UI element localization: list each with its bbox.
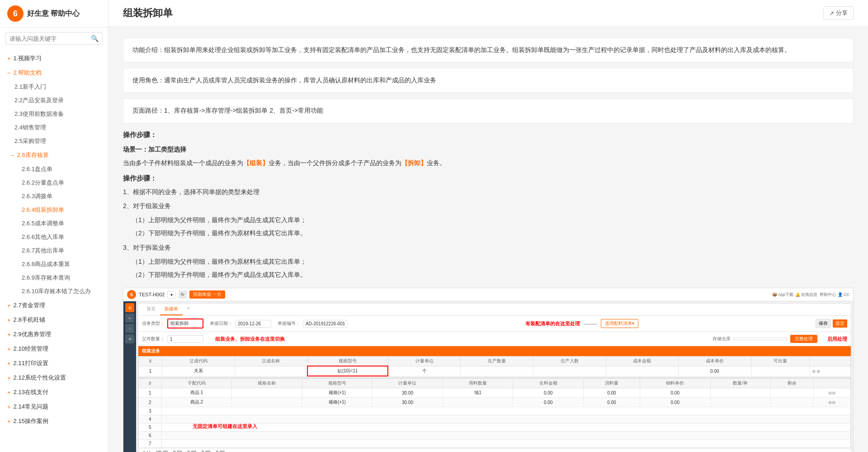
th-sub-ratio: 数量/单 bbox=[710, 379, 771, 388]
th-unit: 计量单位 bbox=[388, 357, 461, 366]
scene1-desc: 当由多个子件材料组装成一个成品的业务为【组装】业务，当由一个父件拆分成多个子产品… bbox=[123, 157, 854, 169]
sidebar-item-2-6-6[interactable]: 2.6.6其他入库单 bbox=[0, 230, 108, 244]
main-content: 组装拆卸单 ↗ 分享 功能介绍：组装拆卸单用来处理企业组装或拆卸等加工业务，支持… bbox=[108, 0, 868, 452]
th-sub-qty: 用料数量 bbox=[443, 379, 513, 388]
step1: 1、根据不同的业务，选择不同单据的类型来处理 bbox=[123, 186, 854, 198]
sidebar-item-2-6-4[interactable]: 2.6.4组装拆卸单 bbox=[0, 203, 108, 217]
sidebar-item-2-6-7[interactable]: 2.6.7其他出库单 bbox=[0, 244, 108, 257]
row-del-icon[interactable]: ⊗ bbox=[816, 369, 820, 374]
plus-icon-2-13: + bbox=[7, 389, 11, 396]
ss-orange-bar: 组装业务 bbox=[138, 346, 851, 356]
sidebar-item-2-1[interactable]: 2.1新手入门 bbox=[0, 80, 108, 94]
sidebar-item-2-2[interactable]: 2.2产品安装及登录 bbox=[0, 94, 108, 107]
th-prod-in: 生产入数 bbox=[533, 357, 606, 366]
sidebar-item-2-3[interactable]: 2.3使用前数据准备 bbox=[0, 107, 108, 121]
sidebar-item-2-9[interactable]: + 2.9优惠券管理 bbox=[0, 327, 108, 342]
step2-2: （2）下部明细为子件明细，最终作为原材料生成其它出库单。 bbox=[132, 228, 854, 239]
ss-date-input[interactable]: 2019-12-26 bbox=[235, 320, 271, 328]
ss-num-input[interactable]: AD-201912226-001 bbox=[303, 320, 348, 328]
ss-tab-close[interactable]: × bbox=[183, 304, 194, 315]
sidebar-item-videos[interactable]: + 1.视频学习 bbox=[0, 51, 108, 66]
th-sub-code: 子配代码 bbox=[161, 379, 232, 388]
search-input[interactable] bbox=[9, 35, 91, 42]
ss-lower-table: # 子配代码 规格名称 规格型号 计量单位 用料数量 生料金额 消料量 销料单价 bbox=[138, 378, 851, 448]
ss-body: ⊞ ≡ ☆ ⚙ 首页 新建单 × bbox=[123, 301, 853, 452]
sidebar-item-docs[interactable]: − 2.帮助文档 bbox=[0, 66, 108, 80]
sidebar-item-2-6-3[interactable]: 2.6.3调拨单 bbox=[0, 190, 108, 203]
ss-confirm-btn[interactable]: 完整处理 bbox=[790, 335, 817, 343]
table-row: 2 商品 2 规格(×1) 30.00 0.00 0.00 0.00 bbox=[139, 398, 851, 407]
role-text: 使用角色：通常由生产人员或库管人员完成拆装业务的操作，库管人员确认原材料的出库和… bbox=[132, 76, 436, 84]
ss-total-2: 0.00 bbox=[173, 450, 182, 452]
ss-upper-table: # 父成代码 父成名称 规格型号 计量单位 生产数量 生产入数 成本金额 成本单 bbox=[138, 356, 851, 376]
ss-select[interactable]: ▾ bbox=[167, 291, 176, 299]
row-action-icons[interactable]: ⊕⊗ bbox=[828, 390, 835, 395]
ss-btn-orange[interactable]: 同期单据 一方 bbox=[189, 290, 225, 299]
plus-icon-2-11: + bbox=[7, 360, 11, 367]
sidebar-item-2-6-5[interactable]: 2.6.5成本调整单 bbox=[0, 217, 108, 230]
plus-icon-2-10: + bbox=[7, 346, 11, 352]
scene1-title: 场景一：加工类型选择 bbox=[123, 146, 854, 154]
sidebar-item-2-10[interactable]: + 2.10经营管理 bbox=[0, 342, 108, 356]
ss-submit-btn[interactable]: 提交 bbox=[833, 319, 847, 328]
th-spec: 规格型号 bbox=[307, 357, 388, 366]
sidebar-item-2-8[interactable]: + 2.8手机旺铺 bbox=[0, 313, 108, 327]
ss-sidebar-icon-3[interactable]: ⚙ bbox=[125, 334, 134, 343]
minus-icon-docs: − bbox=[7, 70, 11, 76]
sidebar-item-2-5[interactable]: 2.5采购管理 bbox=[0, 134, 108, 148]
path-block: 页面路径：1、库存核算->库存管理->组装拆卸单 2、首页->常用功能 bbox=[123, 98, 854, 123]
plus-icon-2-14: + bbox=[7, 404, 11, 410]
table-row: 4 bbox=[139, 415, 851, 423]
plus-icon: + bbox=[7, 55, 11, 62]
sidebar-item-2-6-9[interactable]: 2.6.9库存账本查询 bbox=[0, 271, 108, 285]
sidebar-item-2-4[interactable]: 2.4销售管理 bbox=[0, 121, 108, 134]
ss-count-input[interactable]: 1 bbox=[167, 335, 203, 343]
plus-icon-2-8: + bbox=[7, 317, 11, 324]
ss-tab-new[interactable]: 新建单 bbox=[160, 304, 183, 315]
search-box[interactable]: 🔍 bbox=[5, 32, 103, 45]
page-header: 组装拆卸单 ↗ 分享 bbox=[108, 0, 868, 27]
ss-main: 首页 新建单 × 业务类型： 组装拆卸 单据日期： 2019-12-26 bbox=[138, 303, 851, 452]
th-sub-amt: 生料金额 bbox=[513, 379, 584, 388]
sidebar-item-2-6-1[interactable]: 2.6.1盘点单 bbox=[0, 162, 108, 176]
ss-lower-table-container: # 子配代码 规格名称 规格型号 计量单位 用料数量 生料金额 消料量 销料单价 bbox=[138, 377, 851, 448]
role-block: 使用角色：通常由生产人员或库管人员完成拆装业务的操作，库管人员确认原材料的出库和… bbox=[123, 68, 854, 93]
sidebar-item-2-7[interactable]: + 2.7资金管理 bbox=[0, 298, 108, 313]
ss-total-label: 合计 bbox=[142, 450, 151, 452]
ss-refresh[interactable]: ↻ bbox=[179, 290, 187, 299]
sidebar-item-2-14[interactable]: + 2.14常见问题 bbox=[0, 400, 108, 414]
share-button[interactable]: ↗ 分享 bbox=[823, 6, 854, 20]
th-action bbox=[809, 357, 850, 366]
plus-icon-2-12: + bbox=[7, 375, 11, 381]
ss-save-btn[interactable]: 保存 bbox=[816, 319, 831, 328]
sidebar-item-2-6-10[interactable]: 2.6.10库存账本错了怎么办 bbox=[0, 285, 108, 298]
ss-search-btn[interactable]: 选用配料清单▾ bbox=[601, 319, 638, 328]
ss-type-input[interactable]: 组装拆卸 bbox=[167, 319, 203, 328]
ss-sidebar-icon-home[interactable]: ⊞ bbox=[125, 303, 134, 312]
sidebar-item-2-12[interactable]: + 2.12系统个性化设置 bbox=[0, 371, 108, 385]
row-copy-icon[interactable]: ⊕ bbox=[812, 369, 816, 374]
ss-sidebar-icon-2[interactable]: ☆ bbox=[125, 324, 134, 333]
table-row: 3 bbox=[139, 407, 851, 415]
th-sub-spec: 规格型号 bbox=[302, 379, 373, 388]
table-row: 1 关系 缸(10)=11 个 0.00 bbox=[139, 366, 851, 376]
th-parent-name: 父成名称 bbox=[235, 357, 307, 366]
row-action-icons-2[interactable]: ⊕⊗ bbox=[828, 400, 835, 405]
ss-tab-home[interactable]: 首页 bbox=[142, 304, 160, 315]
annotation4: 无固定清单可组建在这里录入 bbox=[193, 423, 257, 430]
th-cost-unit: 成本单价 bbox=[679, 357, 751, 366]
sidebar-item-2-11[interactable]: + 2.11打印设置 bbox=[0, 356, 108, 371]
ss-orange-label: 组装业务 bbox=[142, 348, 160, 353]
step3-2: （2）下部明细为子件明细，最终作为产成品生成其它入库单。 bbox=[132, 269, 854, 281]
intro-block: 功能介绍：组装拆卸单用来处理企业组装或拆卸等加工业务，支持有固定装配清单的产品加… bbox=[123, 38, 854, 62]
sidebar-item-2-13[interactable]: + 2.13在线支付 bbox=[0, 385, 108, 400]
sidebar-item-2-6[interactable]: − 2.6库存核算 bbox=[0, 148, 108, 162]
ss-company: TEST-H002 bbox=[139, 292, 165, 297]
sidebar: 6 好生意 帮助中心 🔍 + 1.视频学习 − 2.帮助文档 2.1新手入门 2… bbox=[0, 0, 108, 452]
sidebar-item-2-6-2[interactable]: 2.6.2分量盘点单 bbox=[0, 176, 108, 190]
ss-sidebar-icon-1[interactable]: ≡ bbox=[125, 314, 134, 323]
search-icon[interactable]: 🔍 bbox=[91, 35, 99, 42]
sidebar-item-2-15[interactable]: + 2.15操作案例 bbox=[0, 414, 108, 428]
ss-warehouse-input[interactable] bbox=[733, 338, 788, 340]
sidebar-item-2-6-8[interactable]: 2.6.8商品成本重算 bbox=[0, 257, 108, 271]
